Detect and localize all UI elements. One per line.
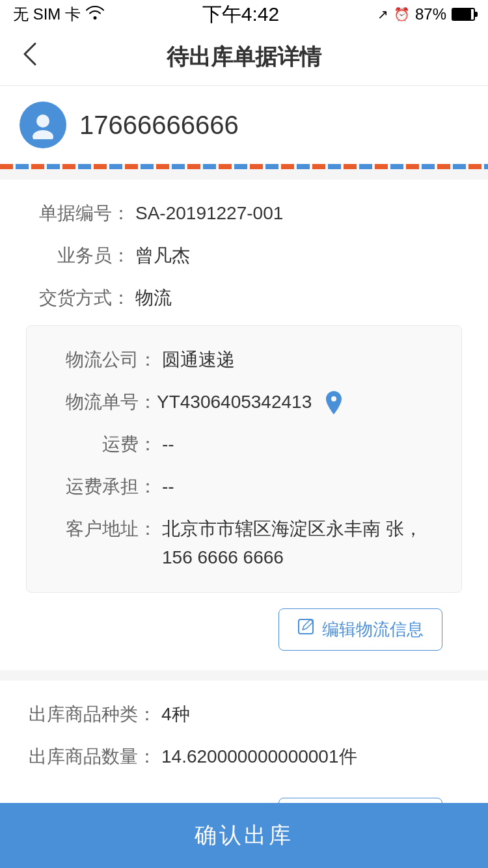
logistics-company-value: 圆通速递 [162, 346, 435, 375]
freight-bearing-value: -- [162, 472, 435, 502]
tracking-label: 物流单号： [53, 388, 157, 417]
svg-point-1 [33, 130, 53, 139]
delivery-method-label: 交货方式： [26, 284, 130, 313]
goods-quantity-value: 14.620000000000001件 [161, 742, 462, 772]
edit-icon [297, 618, 316, 641]
delivery-method-row: 交货方式： 物流 [26, 284, 462, 313]
edit-btn-row: 编辑物流信息 [26, 593, 462, 651]
no-sim-text: 无 SIM 卡 [13, 4, 81, 25]
freight-bearing-label: 运费承担： [53, 472, 157, 502]
alarm-icon: ⏰ [394, 7, 410, 22]
tracking-number: YT4306405342413 [157, 388, 312, 417]
goods-type-row: 出库商品种类： 4种 [26, 700, 462, 729]
order-number-value: SA-20191227-001 [135, 199, 462, 228]
order-info-section: 单据编号： SA-20191227-001 业务员： 曾凡杰 交货方式： 物流 … [0, 180, 488, 670]
edit-logistics-button[interactable]: 编辑物流信息 [278, 608, 442, 651]
salesman-label: 业务员： [26, 241, 130, 271]
order-number-row: 单据编号： SA-20191227-001 [26, 199, 462, 228]
status-bar: 无 SIM 卡 下午4:42 ↗ ⏰ 87% [0, 0, 488, 29]
status-time: 下午4:42 [202, 1, 279, 28]
logistics-card: 物流公司： 圆通速递 物流单号： YT4306405342413 运费： -- [26, 325, 462, 593]
logistics-company-label: 物流公司： [53, 346, 157, 375]
confirm-button[interactable]: 确认出库 [0, 803, 488, 868]
location-icon[interactable] [319, 388, 348, 417]
edit-logistics-label: 编辑物流信息 [322, 618, 424, 641]
goods-quantity-label: 出库商品数量： [26, 742, 156, 772]
back-button[interactable] [16, 34, 44, 79]
address-label: 客户地址： [53, 515, 157, 544]
address-row: 客户地址： 北京市市辖区海淀区永丰南 张，156 6666 6666 [53, 515, 435, 573]
freight-label: 运费： [53, 430, 157, 459]
freight-row: 运费： -- [53, 430, 435, 459]
page-title: 待出库单据详情 [167, 42, 321, 72]
goods-quantity-row: 出库商品数量： 14.620000000000001件 [26, 742, 462, 772]
decorative-border [0, 164, 488, 169]
goods-type-value: 4种 [161, 700, 462, 729]
svg-rect-2 [299, 619, 313, 634]
svg-point-0 [36, 115, 49, 128]
address-value: 北京市市辖区海淀区永丰南 张，156 6666 6666 [162, 515, 435, 573]
salesman-row: 业务员： 曾凡杰 [26, 241, 462, 271]
tracking-row: 物流单号： YT4306405342413 [53, 388, 435, 417]
battery-icon [452, 8, 475, 21]
nav-bar: 待出库单据详情 [0, 29, 488, 86]
salesman-value: 曾凡杰 [135, 241, 462, 271]
avatar [20, 102, 66, 148]
wifi-icon [86, 5, 104, 23]
freight-value: -- [162, 430, 435, 459]
gps-icon: ↗ [377, 7, 388, 22]
tracking-value-row: YT4306405342413 [157, 388, 348, 417]
status-right: ↗ ⏰ 87% [377, 5, 475, 23]
freight-bearing-row: 运费承担： -- [53, 472, 435, 502]
goods-type-label: 出库商品种类： [26, 700, 156, 729]
logistics-company-row: 物流公司： 圆通速递 [53, 346, 435, 375]
customer-phone: 17666666666 [79, 111, 239, 140]
delivery-method-value: 物流 [135, 284, 462, 313]
battery-text: 87% [415, 5, 446, 23]
status-left: 无 SIM 卡 [13, 4, 104, 25]
customer-header: 17666666666 [0, 86, 488, 164]
order-number-label: 单据编号： [26, 199, 130, 228]
confirm-button-label: 确认出库 [195, 821, 293, 850]
